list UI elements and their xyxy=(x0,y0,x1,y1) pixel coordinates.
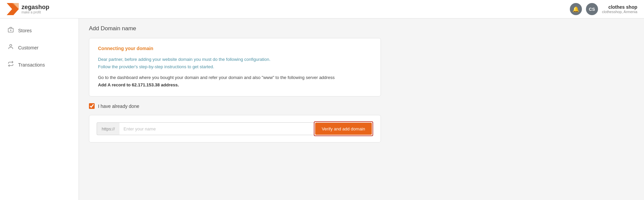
header: zegashop make a profit 🔔 CS clothes shop… xyxy=(0,0,644,18)
card-text-1: Dear partner, before adding your website… xyxy=(98,56,372,71)
logo-icon xyxy=(7,3,19,15)
card-text-2: Go to the dashboard where you bought you… xyxy=(98,74,372,89)
sidebar-stores-label: Stores xyxy=(18,28,32,33)
verify-btn-wrapper: Verify and add domain xyxy=(314,121,373,136)
logo-text: zegashop make a profit xyxy=(21,4,49,14)
domain-input[interactable] xyxy=(119,122,314,135)
https-prefix: https:// xyxy=(97,122,119,135)
sidebar-item-stores[interactable]: Stores xyxy=(0,22,79,39)
logo: zegashop make a profit xyxy=(7,3,49,15)
page-title: Add Domain name xyxy=(89,25,634,32)
logo-tagline: make a profit xyxy=(21,10,49,14)
checkbox-label[interactable]: I have already done xyxy=(98,104,139,109)
customer-icon xyxy=(7,44,14,51)
domain-row: https:// Verify and add domain xyxy=(89,115,381,143)
avatar[interactable]: CS xyxy=(586,3,598,15)
info-card: Connecting your domain Dear partner, bef… xyxy=(89,38,381,96)
user-info: clothes shop clothesshop, Armenia xyxy=(602,4,637,14)
logo-name: zegashop xyxy=(21,4,49,11)
header-right: 🔔 CS clothes shop clothesshop, Armenia xyxy=(570,3,637,15)
svg-point-5 xyxy=(10,44,12,46)
already-done-checkbox[interactable] xyxy=(89,103,95,109)
notification-button[interactable]: 🔔 xyxy=(570,3,582,15)
sidebar-transactions-label: Transactions xyxy=(18,62,45,68)
checkbox-row: I have already done xyxy=(89,103,634,109)
stores-icon xyxy=(7,27,14,34)
main-content: Add Domain name Connecting your domain D… xyxy=(79,18,644,200)
transactions-icon xyxy=(7,61,14,69)
user-name: clothes shop xyxy=(602,4,637,10)
bell-icon: 🔔 xyxy=(573,6,579,12)
verify-add-domain-button[interactable]: Verify and add domain xyxy=(315,123,372,135)
sidebar: Stores Customer Transactions xyxy=(0,18,79,200)
sidebar-item-transactions[interactable]: Transactions xyxy=(0,56,79,73)
sidebar-customer-label: Customer xyxy=(18,45,39,50)
layout: Stores Customer Transactions xyxy=(0,18,644,200)
card-title: Connecting your domain xyxy=(98,46,372,51)
card-text-bold: Add A record to 62.171.153.38 address. xyxy=(98,82,179,87)
user-sub: clothesshop, Armenia xyxy=(602,10,637,14)
sidebar-item-customer[interactable]: Customer xyxy=(0,39,79,56)
